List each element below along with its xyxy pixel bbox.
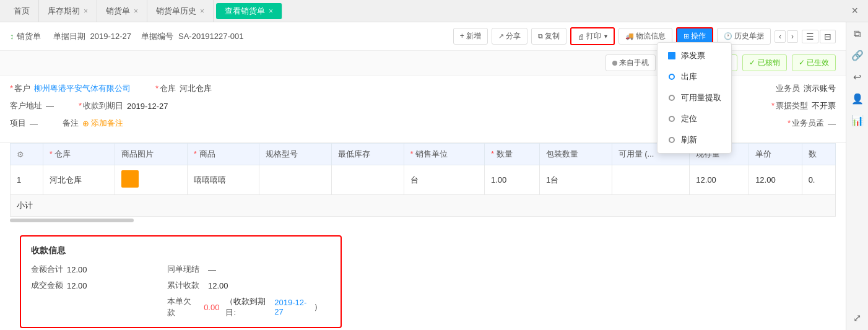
row-min-stock xyxy=(332,165,404,195)
locate-item[interactable]: 定位 xyxy=(658,108,731,129)
settings-gear-icon[interactable]: ⚙ xyxy=(17,150,24,159)
due-date: 2019-12-27 xyxy=(274,298,310,316)
payment-section: 收款信息 金额合计 12.00 同单现结 — 成交金额 12.00 xyxy=(20,235,342,328)
col-pack-qty: 包装数量 xyxy=(539,144,612,165)
close-history-tab[interactable]: × xyxy=(200,7,204,15)
remark-field: 备注 ⊕ 添加备注 xyxy=(63,118,123,129)
window-close-button[interactable]: × xyxy=(846,4,863,17)
effective-button[interactable]: ✓ 已生效 xyxy=(792,54,836,71)
staff-value: 演示账号 xyxy=(804,83,836,94)
view-toggle: ☰ ⊟ xyxy=(802,30,836,43)
col-unit: * 销售单位 xyxy=(404,144,484,165)
locate-icon xyxy=(667,115,676,123)
outbound-item[interactable]: 出库 xyxy=(658,66,731,87)
add-button[interactable]: + 新增 xyxy=(453,28,488,45)
row-amount: 0. xyxy=(802,165,835,195)
project-value: — xyxy=(30,119,38,128)
col-quantity: * 数量 xyxy=(485,144,540,165)
payment-date-field: 收款到期日 2019-12-27 xyxy=(79,100,168,111)
sidebar-chart-icon[interactable]: 📊 xyxy=(851,115,864,126)
row-num: 1 xyxy=(11,165,43,195)
tab-inventory-init[interactable]: 库存期初 × xyxy=(39,0,97,22)
same-order-row: 同单现结 — xyxy=(167,264,322,275)
refresh-icon xyxy=(667,136,676,144)
mobile-dot xyxy=(612,61,617,66)
available-qty-icon xyxy=(667,93,676,102)
share-button[interactable]: ↗ 分享 xyxy=(492,28,527,45)
next-button[interactable]: › xyxy=(787,30,798,43)
add-invoice-item[interactable]: 添发票 xyxy=(658,45,731,66)
refresh-item[interactable]: 刷新 xyxy=(658,129,731,150)
print-icon: 🖨 xyxy=(578,33,584,40)
print-button[interactable]: 🖨 打印 ▾ xyxy=(570,27,615,45)
row-pack-qty: 1台 xyxy=(539,165,612,195)
col-unit-price: 单价 xyxy=(749,144,802,165)
transaction-value: 12.00 xyxy=(67,281,87,290)
row-available xyxy=(612,165,690,195)
sales-staff-label: 业务员孟 xyxy=(788,118,824,129)
sales-order-icon: ↕ xyxy=(10,32,14,41)
close-view-sales-tab[interactable]: × xyxy=(269,7,273,15)
sidebar-copy-icon[interactable]: ⧉ xyxy=(854,28,861,40)
total-amount-row: 金额合计 12.00 xyxy=(31,264,167,275)
share-icon: ↗ xyxy=(498,32,504,40)
table-row: 1 河北仓库 嘻嘻嘻嘻 台 1.00 1台 12.00 12.00 xyxy=(11,165,836,195)
sidebar-link-icon[interactable]: 🔗 xyxy=(851,50,864,61)
address-field: 客户地址 — xyxy=(10,100,54,111)
available-qty-item[interactable]: 可用量提取 xyxy=(658,87,731,108)
operations-icon: ⊞ xyxy=(684,32,689,40)
row-unit: 台 xyxy=(404,165,484,195)
copy-icon: ⧉ xyxy=(538,32,543,40)
total-amount-label: 金额合计 xyxy=(31,264,63,275)
tab-sales-history[interactable]: 销货单历史 × xyxy=(147,0,214,22)
sales-staff-value: — xyxy=(828,119,836,128)
warehouse-field: 仓库 河北仓库 xyxy=(155,83,212,94)
address-label: 客户地址 xyxy=(10,100,42,111)
same-order-value: — xyxy=(208,265,216,274)
tab-bar: 首页 库存期初 × 销货单 × 销货单历史 × 查看销货单 × × xyxy=(0,0,868,22)
tab-view-sales[interactable]: 查看销货单 × xyxy=(216,3,282,19)
cumulative-row: 累计收款 12.00 xyxy=(167,280,322,291)
mobile-button[interactable]: 来自手机 xyxy=(605,54,656,71)
add-remark-button[interactable]: ⊕ 添加备注 xyxy=(82,118,123,129)
close-inventory-tab[interactable]: × xyxy=(84,7,88,15)
remark-label: 备注 xyxy=(63,118,79,129)
due-label: 本单欠款 xyxy=(167,296,195,318)
products-table: ⚙ * 仓库 商品图片 * 商品 规格型号 最低库存 * 销售单位 * 数量 包… xyxy=(10,143,836,217)
col-warehouse: * 仓库 xyxy=(43,144,115,165)
col-amount: 数 xyxy=(802,144,835,165)
close-sales-tab[interactable]: × xyxy=(134,7,138,15)
tab-home[interactable]: 首页 xyxy=(5,0,39,22)
total-amount-value: 12.00 xyxy=(67,265,87,274)
col-settings[interactable]: ⚙ xyxy=(11,144,43,165)
outbound-icon xyxy=(667,72,676,81)
sidebar-return-icon[interactable]: ↩ xyxy=(853,71,861,83)
doc-type-label: ↕ 销货单 xyxy=(10,31,41,42)
sidebar-expand-icon[interactable]: ⤢ xyxy=(853,312,861,324)
customer-value[interactable]: 柳州粤港平安气体有限公司 xyxy=(34,83,131,94)
same-order-label: 同单现结 xyxy=(167,264,199,275)
copy-button[interactable]: ⧉ 复制 xyxy=(531,28,566,45)
tab-sales-order[interactable]: 销货单 × xyxy=(97,0,147,22)
horizontal-scrollbar[interactable] xyxy=(10,218,836,223)
product-image xyxy=(121,170,139,188)
sidebar-user-icon[interactable]: 👤 xyxy=(851,93,864,105)
staff-label: 业务员 xyxy=(776,83,800,94)
table-container: ⚙ * 仓库 商品图片 * 商品 规格型号 最低库存 * 销售单位 * 数量 包… xyxy=(0,143,846,223)
ticket-label: 票据类型 xyxy=(771,100,808,111)
prev-button[interactable]: ‹ xyxy=(775,30,786,43)
transaction-row: 成交金额 12.00 xyxy=(31,280,167,291)
customer-label: 客户 xyxy=(10,83,30,94)
col-product-img: 商品图片 xyxy=(115,144,188,165)
cumulative-label: 累计收款 xyxy=(167,280,199,291)
due-note-close: ） xyxy=(314,302,322,313)
project-label: 项目 xyxy=(10,118,26,129)
cancelled-button[interactable]: ✓ 已核销 xyxy=(742,54,786,71)
due-row: 本单欠款 0.00 （收款到期日: 2019-12-27 ） xyxy=(167,296,322,318)
effective-check-icon: ✓ xyxy=(799,58,805,67)
project-field: 项目 — xyxy=(10,118,38,129)
list-view-button[interactable]: ☰ xyxy=(802,30,818,43)
col-spec: 规格型号 xyxy=(259,144,332,165)
customer-field: 客户 柳州粤港平安气体有限公司 xyxy=(10,83,131,94)
grid-view-button[interactable]: ⊟ xyxy=(820,30,836,43)
